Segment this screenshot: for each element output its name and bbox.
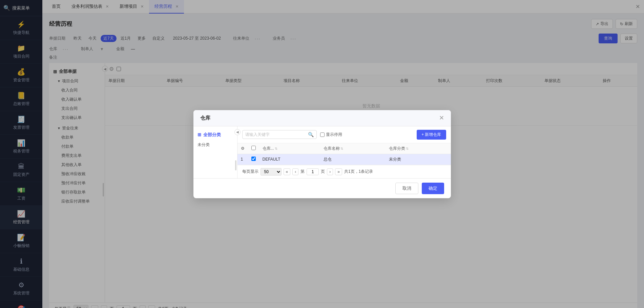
modal-table: ⚙ 仓库...⇅ 仓库名称⇅ — [237, 143, 451, 165]
modal-page-label: 第 — [300, 169, 305, 174]
add-warehouse-button[interactable]: + 新增仓库 — [417, 130, 446, 140]
modal-left-scrollbar[interactable] — [235, 160, 236, 178]
row-category: 未分类 — [386, 154, 451, 165]
modal-table-wrap: ⚙ 仓库...⇅ 仓库名称⇅ — [237, 143, 451, 165]
modal-first-page-btn[interactable]: « — [284, 168, 291, 175]
row-checkbox-cell — [248, 154, 259, 165]
modal-select-all[interactable] — [251, 146, 256, 150]
row-no: 1 — [237, 154, 248, 165]
th-name: 仓库名称⇅ — [320, 143, 386, 154]
modal-table-header: ⚙ 仓库...⇅ 仓库名称⇅ — [237, 143, 451, 154]
modal-search-input[interactable] — [245, 132, 308, 137]
modal-next-page-btn[interactable]: › — [327, 168, 333, 175]
modal-grid-icon: ⊞ — [198, 132, 201, 137]
modal-left-collapse-btn[interactable]: ◀ — [234, 129, 241, 135]
modal-overlay: 仓库 ✕ ⊞ 全部分类 ◀ 未分类 — [0, 0, 644, 308]
th-checkbox-col — [248, 143, 259, 154]
modal-header: 仓库 ✕ — [193, 110, 451, 126]
modal-title: 仓库 — [200, 115, 210, 121]
modal-page-size-label: 每页显示 — [242, 169, 258, 174]
row-checkbox[interactable] — [251, 157, 256, 161]
modal-cancel-button[interactable]: 取消 — [395, 183, 418, 194]
show-disabled-label: 显示停用 — [320, 132, 342, 138]
modal-pagination: 每页显示 50 « ‹ 第 页 › » 共1页，1条记录 — [237, 165, 451, 178]
show-disabled-checkbox[interactable] — [320, 132, 325, 137]
modal-left-title[interactable]: ⊞ 全部分类 — [193, 130, 237, 140]
modal-body: ⊞ 全部分类 ◀ 未分类 🔍 — [193, 126, 451, 178]
modal-search-box: 🔍 — [242, 130, 317, 139]
modal-last-page-btn[interactable]: » — [335, 168, 342, 175]
modal-right: 🔍 显示停用 + 新增仓库 ⚙ — [237, 126, 451, 178]
th-gear[interactable]: ⚙ — [237, 143, 248, 154]
sort-icon-name: ⇅ — [340, 147, 343, 150]
modal-prev-page-btn[interactable]: ‹ — [292, 168, 298, 175]
modal-left-scroll-thumb — [235, 160, 236, 170]
modal-total-label: 共1页，1条记录 — [344, 169, 373, 174]
modal-page-input[interactable] — [307, 168, 319, 175]
modal-toolbar: 🔍 显示停用 + 新增仓库 — [237, 126, 451, 143]
th-code: 仓库...⇅ — [259, 143, 320, 154]
row-name: 总仓 — [320, 154, 386, 165]
modal-left-nav: ⊞ 全部分类 ◀ 未分类 — [193, 126, 237, 178]
sort-icon-category: ⇅ — [406, 147, 409, 150]
row-code: DEFAULT — [259, 154, 320, 165]
modal-close-button[interactable]: ✕ — [439, 115, 444, 121]
modal-footer: 取消 确定 — [193, 178, 451, 198]
modal-page-unit: 页 — [321, 169, 325, 174]
modal-nav-unclassified[interactable]: 未分类 — [193, 140, 237, 150]
th-category: 仓库分类⇅ — [386, 143, 451, 154]
modal-page-size-select[interactable]: 50 — [261, 168, 282, 176]
sort-icon-code: ⇅ — [275, 147, 277, 150]
modal-confirm-button[interactable]: 确定 — [422, 183, 444, 194]
modal-search-icon[interactable]: 🔍 — [308, 132, 314, 137]
modal-table-row[interactable]: 1 DEFAULT 总仓 未分类 — [237, 154, 451, 165]
warehouse-modal: 仓库 ✕ ⊞ 全部分类 ◀ 未分类 — [193, 110, 451, 198]
